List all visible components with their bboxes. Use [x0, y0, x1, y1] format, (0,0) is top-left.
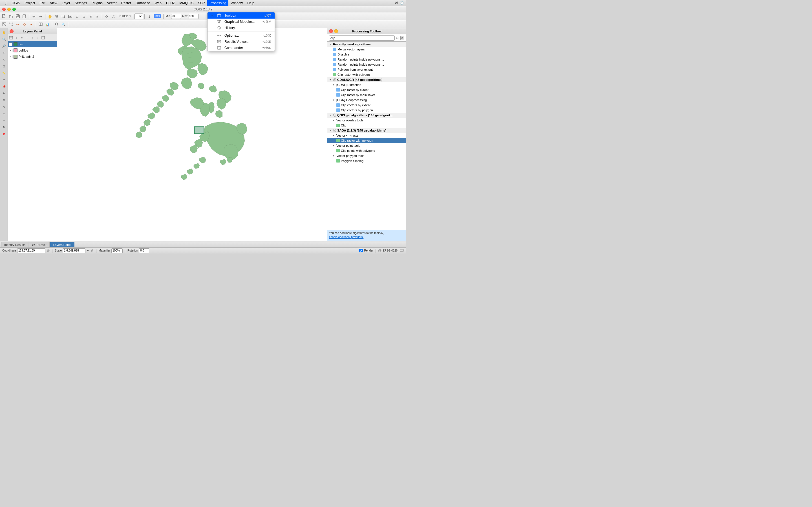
- layer-select[interactable]: -: [135, 13, 143, 19]
- algo-clip-points[interactable]: Clip points with polygons: [327, 148, 406, 153]
- menu-settings[interactable]: Settings: [72, 0, 89, 6]
- map-canvas[interactable]: [57, 28, 327, 241]
- vtb-label[interactable]: A: [1, 90, 7, 96]
- layers-tb-filter[interactable]: ≡: [19, 35, 24, 40]
- layer-polillos[interactable]: polillos: [8, 47, 57, 54]
- menu-graphical-modeler[interactable]: Graphical Modeler... ⌥⌘M: [207, 18, 274, 25]
- menu-results-viewer[interactable]: Results Viewer... ⌥⌘R: [207, 39, 274, 45]
- layers-tb-add[interactable]: +: [14, 35, 19, 40]
- vtb-pin[interactable]: 📌: [1, 83, 7, 90]
- scale-dropdown-btn[interactable]: ▼: [87, 249, 89, 252]
- menu-options[interactable]: Options... ⌥⌘C: [207, 33, 274, 39]
- menu-project[interactable]: Project: [22, 0, 37, 6]
- layer-phl-adm2-checkbox[interactable]: [9, 55, 12, 58]
- ogr-geo-toggle[interactable]: ▾: [333, 99, 336, 101]
- menu-mmqgis[interactable]: MMQGIS: [177, 0, 196, 6]
- vtb-annotate[interactable]: ✏: [1, 76, 7, 83]
- menu-qgis[interactable]: QGIS: [9, 0, 22, 6]
- identify-features-btn[interactable]: 🔍: [60, 21, 66, 27]
- algo-clip-vectors-polygon[interactable]: Clip vectors by polygon: [327, 108, 406, 113]
- tab-layers-panel[interactable]: Layers Panel: [50, 242, 74, 247]
- open-table-btn[interactable]: [38, 21, 44, 27]
- layer-phl-adm2[interactable]: PHL_adm2: [8, 54, 57, 60]
- refresh-btn[interactable]: ⟳: [103, 13, 110, 19]
- algo-random-points2[interactable]: Random points inside polygons ...: [327, 62, 406, 67]
- algo-clip-raster-extent[interactable]: Clip raster by extent: [327, 87, 406, 93]
- gdal-extraction-section[interactable]: ▾ [GDAL] Extraction: [327, 82, 406, 87]
- zoom-selection-btn[interactable]: ⊟: [81, 13, 87, 19]
- algo-clip[interactable]: Clip: [327, 123, 406, 128]
- layers-tb-open[interactable]: [8, 35, 13, 40]
- move-feature-btn[interactable]: ⊹: [21, 21, 28, 27]
- menu-web[interactable]: Web: [152, 0, 163, 6]
- tab-identify-results[interactable]: Identify Results: [1, 242, 29, 247]
- layers-tb-up[interactable]: ↑: [30, 35, 35, 40]
- lock-icon[interactable]: [91, 249, 94, 252]
- vector-polygon-section[interactable]: ▾ Vector polygon tools: [327, 153, 406, 158]
- vtb-cut[interactable]: ✂: [1, 117, 7, 123]
- algo-clip-raster-mask[interactable]: Clip raster by mask layer: [327, 93, 406, 98]
- epsg-item[interactable]: EPSG:4326: [378, 249, 398, 252]
- vtb-select[interactable]: ↖: [1, 56, 7, 62]
- vtb-identify[interactable]: ℹ: [1, 50, 7, 56]
- saga-toggle[interactable]: ▾: [329, 129, 333, 132]
- algo-clip-raster-polygon-saga[interactable]: Clip raster with polygon: [327, 138, 406, 143]
- menu-layer[interactable]: Layer: [59, 0, 72, 6]
- save-project-btn[interactable]: [15, 13, 21, 19]
- menu-vector[interactable]: Vector: [105, 0, 119, 6]
- vector-point-section[interactable]: ▾ Vector point tools: [327, 143, 406, 148]
- vtb-measure[interactable]: 📏: [1, 70, 7, 76]
- search-btn[interactable]: [54, 21, 60, 27]
- open-project-btn[interactable]: [8, 13, 14, 19]
- search-clear-btn[interactable]: ✕: [400, 36, 404, 40]
- vector-overlay-section[interactable]: ▾ Vector overlay tools: [327, 118, 406, 123]
- qgis-geo-toggle[interactable]: ▾: [329, 114, 333, 117]
- gdal-toggle[interactable]: ▾: [329, 78, 333, 81]
- zoom-next-btn[interactable]: ▷: [94, 13, 100, 19]
- min-input[interactable]: [171, 14, 181, 19]
- menu-cluz[interactable]: CLUZ: [164, 0, 177, 6]
- vtb-move[interactable]: ⊹: [1, 110, 7, 117]
- menu-raster[interactable]: Raster: [119, 0, 133, 6]
- menu-plugins[interactable]: Plugins: [89, 0, 105, 6]
- apple-menu[interactable]: : [2, 0, 9, 6]
- zoom-full-btn[interactable]: ⊞: [67, 13, 73, 19]
- minimize-button[interactable]: [7, 8, 11, 11]
- save-as-btn[interactable]: [21, 13, 28, 19]
- add-feature-btn[interactable]: ✏: [15, 21, 21, 27]
- vector-raster-section[interactable]: ▾ Vector <-> raster: [327, 133, 406, 138]
- zoom-layer-btn[interactable]: ⊡: [74, 13, 80, 19]
- coordinate-input[interactable]: [17, 248, 45, 253]
- zoom-out-btn[interactable]: [60, 13, 66, 19]
- algo-dissolve[interactable]: Dissolve: [327, 52, 406, 57]
- menu-view[interactable]: View: [48, 0, 59, 6]
- algo-polygon-clipping[interactable]: Polygon clipping: [327, 158, 406, 163]
- digitize-btn[interactable]: [1, 21, 7, 27]
- vector-polygon-toggle[interactable]: ▾: [333, 154, 336, 157]
- processing-panel-close[interactable]: [329, 29, 333, 33]
- vtb-rotate[interactable]: ↻: [1, 124, 7, 130]
- vector-point-toggle[interactable]: ▾: [333, 144, 336, 147]
- new-project-btn[interactable]: [1, 13, 7, 19]
- menu-history[interactable]: History...: [207, 25, 274, 31]
- vtb-delete[interactable]: 🗑: [1, 131, 7, 137]
- vtb-edit[interactable]: ✎: [1, 104, 7, 110]
- pan-btn[interactable]: ✋: [47, 13, 53, 19]
- delete-selected-btn[interactable]: ✂: [28, 21, 35, 27]
- rotation-input[interactable]: [139, 248, 149, 253]
- tab-scp-dock[interactable]: SCP Dock: [29, 242, 50, 247]
- max-input[interactable]: [189, 14, 199, 19]
- layer-box[interactable]: box: [8, 41, 57, 47]
- vtb-zoom-in[interactable]: 🔍: [1, 36, 7, 42]
- gdal-extraction-toggle[interactable]: ▾: [333, 83, 336, 86]
- recently-used-toggle[interactable]: ▾: [329, 43, 333, 46]
- redo-btn[interactable]: ↪: [38, 13, 44, 19]
- ogr-geoprocessing-section[interactable]: ▾ [OGR] Geoprocessing: [327, 98, 406, 103]
- algo-clip-raster-polygon-recent[interactable]: Clip raster with polygon: [327, 72, 406, 77]
- statistics-btn[interactable]: 📊: [44, 21, 50, 27]
- print-btn[interactable]: 🖨: [110, 13, 116, 19]
- node-tool-btn[interactable]: [8, 21, 14, 27]
- menu-processing[interactable]: Processing: [207, 0, 229, 6]
- layer-box-checkbox[interactable]: [9, 43, 12, 46]
- algo-random-points1[interactable]: Random points inside polygons ...: [327, 57, 406, 62]
